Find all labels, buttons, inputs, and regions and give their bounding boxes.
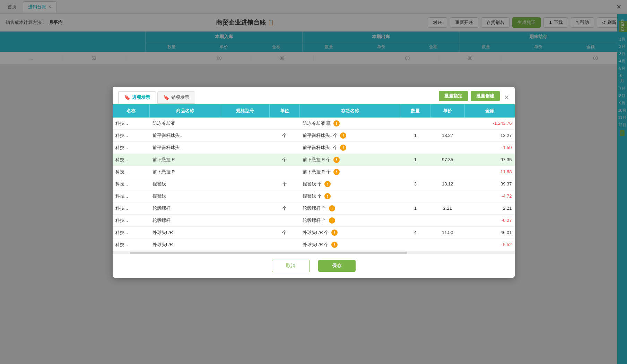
modal-overlay: 🔖 进项发票 🔖 销项发票 批量指定 批量创建 ✕	[0, 0, 627, 64]
